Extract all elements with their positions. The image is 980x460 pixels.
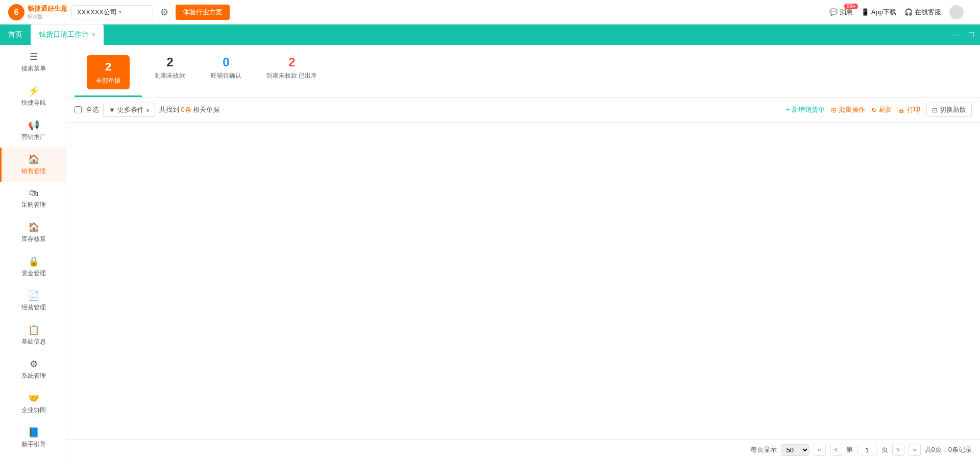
sidebar-label-operations: 经营管理: [21, 303, 46, 312]
filter-icon: ▼: [109, 106, 115, 114]
sidebar-item-sales[interactable]: 🏠 销售管理: [0, 148, 66, 182]
logo-area: 6 畅捷通好生意 标准版: [8, 4, 67, 20]
sidebar-label-capital: 资金管理: [21, 269, 46, 278]
refresh-label: 刷新: [879, 105, 892, 114]
sidebar-label-search-menu: 搜索菜单: [21, 64, 46, 73]
sidebar-label-purchase: 采购管理: [21, 201, 46, 209]
basic-info-icon: 📋: [28, 324, 39, 335]
company-dropdown-arrow: ▾: [119, 9, 121, 15]
message-badge: 99+: [844, 4, 858, 9]
found-prefix: 共找到: [159, 106, 179, 113]
sidebar-item-operations[interactable]: 📄 经营管理: [0, 284, 66, 318]
content-area: 2 全部单据 2 到期未收款 0 旺辅待确认 2 到期未收款 已出库 全选: [66, 45, 980, 460]
last-page-btn[interactable]: »: [909, 444, 921, 456]
summary-card-overdue-out[interactable]: 2 到期未收款 已出库: [254, 51, 329, 97]
add-sale-btn[interactable]: + 新增销货单: [786, 105, 825, 114]
sidebar-item-quick-nav[interactable]: ⚡ 快捷导航: [0, 79, 66, 113]
sidebar-label-quick-nav: 快捷导航: [21, 99, 46, 107]
switch-label: 切换新版: [940, 105, 966, 114]
nav-maximize-btn[interactable]: □: [967, 28, 976, 41]
online-service[interactable]: 🎧 在线客服: [904, 8, 941, 17]
switch-version-btn[interactable]: ⊡ 切换新版: [926, 103, 972, 117]
company-selector[interactable]: XXXXXX公司 ▾: [71, 5, 153, 19]
company-name: XXXXXX公司: [77, 8, 117, 17]
next-page-btn[interactable]: >: [892, 444, 904, 456]
inventory-icon: 🏠: [28, 222, 39, 233]
switch-icon: ⊡: [932, 106, 938, 114]
tab-home[interactable]: 首页: [0, 25, 31, 45]
sidebar-item-purchase[interactable]: 🛍 采购管理: [0, 182, 66, 215]
refresh-btn[interactable]: ↻ 刷新: [871, 105, 892, 114]
filter-btn[interactable]: ▼ 更多条件 ∨: [103, 103, 155, 117]
total-info: 共0页，0条记录: [925, 445, 972, 454]
select-all-checkbox[interactable]: [75, 106, 82, 113]
prev-page-btn[interactable]: <: [830, 444, 842, 456]
message-icon: 💬: [829, 8, 838, 16]
sidebar-item-basic-info[interactable]: 📋 基础信息: [0, 318, 66, 352]
cooperation-icon: 🤝: [28, 393, 39, 404]
card-overdue-out-label: 到期未收款 已出库: [266, 71, 317, 80]
guide-icon: 📘: [28, 427, 39, 438]
nav-minimize-btn[interactable]: —: [950, 28, 963, 41]
card-all-count: 2: [99, 58, 117, 76]
nav-tabs: 首页 钱货日清工作台 × — □: [0, 25, 980, 45]
sidebar-item-guide[interactable]: 📘 新手引导: [0, 421, 66, 455]
card-pending-count: 0: [223, 55, 229, 69]
search-menu-icon: ☰: [30, 51, 38, 62]
sales-icon: 🏠: [28, 154, 39, 165]
refresh-icon: ↻: [871, 106, 877, 114]
logo-icon: 6: [8, 4, 24, 20]
filter-label: 更多条件: [117, 105, 144, 114]
topbar: 6 畅捷通好生意 标准版 XXXXXX公司 ▾ ⚙ 体验行业方案 💬 消息 99…: [0, 0, 980, 25]
summary-cards: 2 全部单据 2 到期未收款 0 旺辅待确认 2 到期未收款 已出库: [66, 45, 980, 98]
topbar-left: 6 畅捷通好生意 标准版 XXXXXX公司 ▾ ⚙ 体验行业方案: [8, 4, 230, 20]
topbar-right: 💬 消息 99+ 📱 App下载 🎧 在线客服: [829, 5, 972, 19]
tab-close-icon[interactable]: ×: [92, 31, 95, 38]
sidebar-item-app-center[interactable]: 🛒 应用中心: [0, 455, 66, 460]
card-overdue-out-count: 2: [288, 55, 295, 69]
sidebar-item-inventory[interactable]: 🏠 库存核算: [0, 215, 66, 250]
quick-nav-icon: ⚡: [28, 85, 39, 96]
select-all-label: 全选: [86, 105, 99, 114]
sidebar-item-search-menu[interactable]: ☰ 搜索菜单: [0, 45, 66, 79]
batch-label: 批量操作: [839, 105, 865, 114]
summary-card-overdue[interactable]: 2 到期未收款: [142, 51, 198, 97]
summary-card-pending[interactable]: 0 旺辅待确认: [198, 51, 254, 97]
message-notif[interactable]: 💬 消息 99+: [829, 8, 853, 17]
page-input[interactable]: [857, 445, 877, 455]
app-download[interactable]: 📱 App下载: [861, 8, 896, 17]
toolbar-right: + 新增销货单 ⊞ 批量操作 ↻ 刷新 🖨 打印 ⊡ 切换新版: [786, 103, 972, 117]
first-page-btn[interactable]: «: [814, 444, 826, 456]
di-label: 第: [846, 445, 853, 454]
card-all-label: 全部单据: [96, 77, 120, 85]
sidebar-item-marketing[interactable]: 📢 营销推广: [0, 113, 66, 148]
sidebar-label-guide: 新手引导: [21, 440, 46, 449]
tab-active[interactable]: 钱货日清工作台 ×: [31, 25, 104, 45]
sidebar-label-inventory: 库存核算: [21, 235, 46, 244]
service-icon: 🎧: [904, 8, 913, 16]
page-size-select[interactable]: 50 10 20 100: [781, 444, 810, 456]
sidebar: ☰ 搜索菜单 ⚡ 快捷导航 📢 营销推广 🏠 销售管理 🛍 采购管理 🏠 库存核…: [0, 45, 66, 460]
print-btn[interactable]: 🖨 打印: [898, 105, 920, 114]
table-area: [66, 123, 980, 439]
toolbar: 全选 ▼ 更多条件 ∨ 共找到 0条 相关单据 + 新增销货单 ⊞: [66, 98, 980, 123]
summary-card-all[interactable]: 2 全部单据: [75, 51, 142, 97]
card-overdue-count: 2: [166, 55, 173, 69]
card-pending-label: 旺辅待确认: [211, 71, 241, 80]
sidebar-label-cooperation: 企业协同: [21, 406, 46, 415]
avatar[interactable]: [949, 5, 964, 19]
sidebar-item-capital[interactable]: 🔒 资金管理: [0, 250, 66, 284]
sidebar-item-system[interactable]: ⚙ 系统管理: [0, 352, 66, 386]
add-btn-label: + 新增销货单: [786, 105, 825, 114]
sidebar-item-cooperation[interactable]: 🤝 企业协同: [0, 386, 66, 421]
app-icon: 📱: [861, 8, 869, 16]
settings-icon[interactable]: ⚙: [157, 5, 172, 19]
print-label: 打印: [907, 105, 920, 114]
sidebar-label-sales: 销售管理: [21, 167, 46, 176]
system-icon: ⚙: [30, 358, 38, 370]
experience-btn[interactable]: 体验行业方案: [176, 5, 230, 20]
found-text: 共找到 0条 相关单据: [159, 105, 219, 114]
batch-btn[interactable]: ⊞ 批量操作: [831, 105, 865, 114]
page-size-label: 每页显示: [750, 445, 777, 454]
marketing-icon: 📢: [28, 119, 39, 131]
